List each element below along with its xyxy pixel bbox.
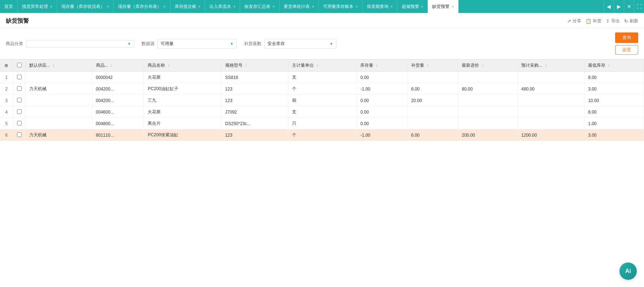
page-header: 缺货预警 ↗ 分享 📋 补货 ⇧ 导出 ↻ 刷新 — [0, 13, 644, 28]
ai-assistant-badge[interactable]: Ai — [619, 262, 637, 280]
cell-replenish-qty: 20.00 — [407, 95, 458, 106]
row-checkbox-cell[interactable] — [13, 129, 25, 141]
sort-code-icon: ↕ — [111, 63, 113, 67]
row-checkbox-cell[interactable] — [13, 106, 25, 118]
tab-close-flow[interactable]: × — [233, 5, 235, 9]
tab-close-batch[interactable]: × — [199, 5, 201, 9]
cell-supplier — [25, 72, 92, 83]
tab-close-ledger[interactable]: × — [356, 5, 358, 9]
col-replenish-qty[interactable]: 补货量 ↕ — [407, 59, 458, 72]
tab-available-ledger[interactable]: 可用量库存账本 × — [319, 0, 362, 13]
col-product-name[interactable]: 商品名称 ↕ — [144, 59, 221, 72]
tab-close-defect[interactable]: × — [50, 5, 52, 9]
cell-product-code: 004200... — [92, 83, 144, 95]
replenish-base-filter-group: 补货基数 安全库存 ▼ — [244, 39, 336, 49]
filter-right-buttons: 查询 设置 — [615, 32, 638, 55]
table-row: 2 力天机械 004200... PC200油缸缸子 123 个 -1.00 6… — [0, 83, 644, 95]
datasource-filter-group: 数据源 可用量 ▼ — [142, 39, 237, 49]
row-num-cell: 2 — [0, 83, 13, 95]
sort-replenish-icon: ↕ — [427, 63, 428, 67]
col-product-code[interactable]: 商品... ↕ — [92, 59, 144, 72]
tab-bar: 首页 拣货异常处理 × 现存量（库存状况表） × 现存量（库存分布表） × 库存… — [0, 0, 644, 13]
tab-close-all-button[interactable]: ✕ — [624, 0, 634, 13]
col-spec[interactable]: 规格型号 ↕ — [221, 59, 288, 72]
tab-close-recv[interactable]: × — [273, 5, 275, 9]
refresh-button[interactable]: ↻ 刷新 — [624, 18, 638, 24]
tab-close-overstock[interactable]: × — [421, 5, 423, 9]
tab-inventory-status[interactable]: 现存量（库存状况表） × — [57, 0, 114, 13]
refresh-icon: ↻ — [624, 18, 628, 24]
gear-icon: ⚙ — [4, 63, 8, 68]
row-checkbox[interactable] — [17, 98, 22, 102]
category-select[interactable]: ▼ — [26, 40, 134, 48]
table-row: 4 004600... 火花塞 J7092 支 0.00 8.00 — [0, 106, 644, 118]
tab-inventory-dist[interactable]: 现存量（库存分布表） × — [114, 0, 170, 13]
sort-min-icon: ↕ — [608, 63, 610, 67]
tab-order-stats[interactable]: 要货单统计表 × — [279, 0, 319, 13]
row-checkbox-cell[interactable] — [13, 83, 25, 95]
cell-product-name: PC200油缸缸子 — [144, 83, 221, 95]
col-settings[interactable]: ⚙ — [0, 59, 13, 72]
col-checkbox-all[interactable] — [13, 59, 25, 72]
row-checkbox[interactable] — [17, 75, 22, 79]
row-num-cell: 3 — [0, 95, 13, 106]
tab-home[interactable]: 首页 — [0, 0, 18, 13]
tab-recv-summary[interactable]: 收发存汇总表 × — [240, 0, 279, 13]
header-actions: ↗ 分享 📋 补货 ⇧ 导出 ↻ 刷新 — [567, 18, 638, 24]
tab-defect-handling[interactable]: 拣货异常处理 × — [18, 0, 57, 13]
tab-shortage[interactable]: 缺货预警 × — [428, 0, 458, 13]
export-button[interactable]: ⇧ 导出 — [606, 18, 620, 24]
col-stock[interactable]: 库存量 ↕ — [357, 59, 407, 72]
select-all-checkbox[interactable] — [17, 63, 22, 67]
cell-spec: SS816 — [221, 72, 288, 83]
row-num-cell: 1 — [0, 72, 13, 83]
cell-estimated-purchase — [518, 72, 584, 83]
col-default-supplier[interactable]: 默认供应... ↕ — [25, 59, 92, 72]
tab-close-expiry[interactable]: × — [391, 5, 393, 9]
cell-product-code: 801110... — [92, 129, 144, 141]
cell-latest-price: 80.00 — [458, 83, 518, 95]
tab-close-shortage[interactable]: × — [452, 5, 454, 9]
row-checkbox-cell[interactable] — [13, 118, 25, 129]
tab-next-button[interactable]: ▶ — [614, 0, 624, 13]
tab-close-order[interactable]: × — [312, 5, 314, 9]
col-estimated-purchase[interactable]: 预计采购... ↕ — [518, 59, 584, 72]
row-checkbox-cell[interactable] — [13, 72, 25, 83]
cell-unit: 个 — [288, 83, 357, 95]
col-unit[interactable]: 主计量单位 ↕ — [288, 59, 357, 72]
tab-expiry-query[interactable]: 保质期查询 × — [362, 0, 397, 13]
datasource-select-value: 可用量 — [161, 41, 174, 47]
tab-batch-account[interactable]: 库存批次账 × — [170, 0, 205, 13]
share-icon: ↗ — [567, 18, 571, 24]
replenish-base-select[interactable]: 安全库存 ▼ — [264, 39, 336, 49]
col-min-stock[interactable]: 最低库存 ↕ — [584, 59, 644, 72]
row-num-cell: 5 — [0, 118, 13, 129]
col-latest-price[interactable]: 最新进价 ↕ — [458, 59, 518, 72]
tab-fullscreen-button[interactable]: ⛶ — [634, 0, 644, 13]
cell-product-name: PC200张紧油缸 — [144, 129, 221, 141]
row-checkbox[interactable] — [17, 86, 22, 91]
table-header-row: ⚙ 默认供应... ↕ 商品... ↕ 商品名称 ↕ — [0, 59, 644, 72]
cell-min-stock: 3.00 — [584, 83, 644, 95]
row-checkbox-cell[interactable] — [13, 95, 25, 106]
replenish-icon: 📋 — [586, 18, 591, 24]
cell-stock: 0.00 — [357, 106, 407, 118]
tab-close-inv-dist[interactable]: × — [164, 5, 166, 9]
row-checkbox[interactable] — [17, 121, 22, 125]
share-button[interactable]: ↗ 分享 — [567, 18, 581, 24]
settings-button[interactable]: 设置 — [615, 45, 638, 55]
cell-latest-price: 200.00 — [458, 129, 518, 141]
tab-in-out-flow[interactable]: 出入库流水 × — [205, 0, 240, 13]
cell-product-code: 004600... — [92, 106, 144, 118]
replenish-button[interactable]: 📋 补货 — [586, 18, 601, 24]
tab-prev-button[interactable]: ◀ — [604, 0, 614, 13]
row-checkbox[interactable] — [17, 132, 22, 137]
cell-unit: 箱 — [288, 95, 357, 106]
row-checkbox[interactable] — [17, 109, 22, 114]
query-button[interactable]: 查询 — [615, 32, 638, 43]
datasource-select[interactable]: 可用量 ▼ — [157, 39, 237, 49]
tab-close-inv-status[interactable]: × — [107, 5, 109, 9]
cell-supplier — [25, 95, 92, 106]
tab-overstock[interactable]: 超储预警 × — [397, 0, 428, 13]
replenish-base-label: 补货基数 — [244, 41, 261, 47]
